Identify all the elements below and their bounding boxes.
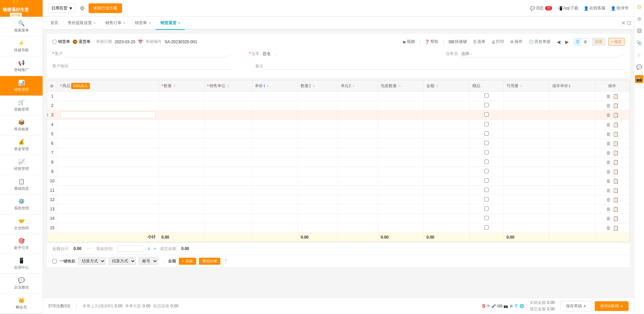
quantity2-cell[interactable] <box>298 214 338 223</box>
package-qty-cell[interactable] <box>378 167 424 176</box>
address-dots[interactable]: ... <box>233 64 237 69</box>
tab-home[interactable]: 首页 <box>46 17 63 30</box>
package-qty-cell[interactable] <box>378 139 424 148</box>
available-cell[interactable] <box>503 110 549 120</box>
sort-arrows[interactable]: ⇅ <box>352 84 355 88</box>
sales-unit-cell[interactable] <box>204 158 252 167</box>
gift-checkbox[interactable] <box>484 188 489 192</box>
package-qty-cell[interactable] <box>378 176 424 186</box>
unit2-cell[interactable] <box>338 148 378 158</box>
delete-row-icon[interactable]: 🗑 <box>606 169 611 174</box>
gift-cell[interactable] <box>469 110 503 120</box>
quantity2-cell[interactable] <box>298 204 338 214</box>
product-cell[interactable] <box>57 176 159 186</box>
sales-unit-cell[interactable] <box>204 101 252 110</box>
package-qty-cell[interactable] <box>378 101 424 110</box>
gift-checkbox[interactable] <box>484 178 489 183</box>
operations-btn[interactable]: ⚙ 操作 <box>508 38 524 46</box>
gift-cell[interactable] <box>469 139 503 148</box>
next-page-btn[interactable]: ▶ <box>563 39 571 45</box>
right-camera-icon[interactable]: 📸 <box>635 75 643 83</box>
tab-sales-return[interactable]: 销货退货 × <box>156 17 185 30</box>
cost-price-cell[interactable] <box>549 186 595 195</box>
account-dots[interactable]: ... <box>162 259 165 263</box>
package-qty-cell[interactable] <box>378 214 424 223</box>
copy-row-icon[interactable]: 📋 <box>613 225 619 231</box>
product-cell[interactable] <box>57 148 159 158</box>
maximize-icon[interactable]: ⊡ <box>627 20 631 26</box>
sales-unit-cell[interactable] <box>204 223 252 233</box>
gift-cell[interactable] <box>469 129 503 139</box>
unit-price-cell[interactable] <box>252 91 298 101</box>
delete-row-icon[interactable]: 🗑 <box>606 225 611 231</box>
sidebar-item-finance[interactable]: 💰 资金管理 <box>0 135 43 155</box>
quantity-cell[interactable] <box>159 167 204 176</box>
sidebar-item-shortcut[interactable]: ⚡ 快捷导航 <box>0 37 43 56</box>
delete-row-icon[interactable]: 🗑 <box>606 150 611 155</box>
one-key-checkbox[interactable] <box>52 259 57 263</box>
amount-cell[interactable] <box>424 195 469 204</box>
quantity-cell[interactable] <box>159 176 204 186</box>
quantity-cell[interactable] <box>159 158 204 167</box>
quantity2-cell[interactable] <box>298 101 338 110</box>
delete-row-icon[interactable]: 🗑 <box>606 197 611 202</box>
nav-category-select[interactable]: 日用百货 ▼ <box>48 4 76 13</box>
delete-row-icon[interactable]: 🗑 <box>606 141 611 146</box>
delete-row-icon[interactable]: 🗑 <box>606 112 611 118</box>
amount-cell[interactable] <box>424 120 469 129</box>
prev-page-btn[interactable]: ◀ <box>555 39 562 45</box>
cost-price-cell[interactable] <box>549 167 595 176</box>
gift-checkbox[interactable] <box>484 216 489 220</box>
unit2-cell[interactable] <box>338 110 378 120</box>
save-draft-button[interactable]: 保存草稿 ∧ <box>560 301 592 311</box>
add-logistics-button[interactable]: + 物流 <box>608 38 625 46</box>
app-download-btn[interactable]: 📲 App下载 <box>557 5 578 11</box>
unit-price-cell[interactable] <box>252 223 298 233</box>
product-cell[interactable] <box>57 223 159 233</box>
copy-row-icon[interactable]: 📋 <box>613 178 619 184</box>
product-cell[interactable] <box>57 167 159 176</box>
remarks-input[interactable] <box>265 63 625 70</box>
gift-cell[interactable] <box>469 120 503 129</box>
sort-arrows[interactable]: ⇅ <box>173 84 176 88</box>
settings-icon[interactable]: ⚙ <box>80 5 85 11</box>
experience-button[interactable]: 体验行业方案 <box>89 3 122 13</box>
close-all-tabs-icon[interactable]: ✕ <box>621 20 626 26</box>
add-row-btn[interactable]: + <box>47 112 48 118</box>
package-qty-cell[interactable] <box>378 120 424 129</box>
quantity-cell[interactable] <box>159 110 204 120</box>
fee-split-btn[interactable]: 费用分摊 <box>199 258 220 265</box>
quantity-cell[interactable] <box>159 120 204 129</box>
sort-arrows[interactable]: ⇅ <box>398 84 401 88</box>
cost-price-cell[interactable] <box>549 91 595 101</box>
cost-price-cell[interactable] <box>549 148 595 158</box>
gift-cell[interactable] <box>469 195 503 204</box>
amount-cell[interactable] <box>424 204 469 214</box>
unit-price-cell[interactable] <box>252 167 298 176</box>
unit2-cell[interactable] <box>338 204 378 214</box>
gift-cell[interactable] <box>469 186 503 195</box>
package-qty-cell[interactable] <box>378 110 424 120</box>
product-cell[interactable] <box>57 91 159 101</box>
cost-price-cell[interactable] <box>549 110 595 120</box>
package-qty-cell[interactable] <box>378 223 424 233</box>
sales-unit-cell[interactable] <box>204 167 252 176</box>
tab-sales-order[interactable]: 销售订单 × <box>101 17 130 30</box>
sales-unit-cell[interactable] <box>204 139 252 148</box>
tab-close-icon[interactable]: × <box>94 21 96 25</box>
sales-unit-cell[interactable] <box>204 204 252 214</box>
product-cell[interactable] <box>57 195 159 204</box>
unit2-cell[interactable] <box>338 91 378 101</box>
sales-unit-cell[interactable] <box>204 214 252 223</box>
cost-price-cell[interactable] <box>549 223 595 233</box>
available-cell[interactable] <box>503 204 549 214</box>
customer-dots[interactable]: ... <box>228 52 231 56</box>
history-btn[interactable]: 🕐 历史单据 <box>527 38 552 46</box>
available-cell[interactable] <box>503 195 549 204</box>
copy-row-icon[interactable]: 📋 <box>613 103 619 108</box>
unit-price-cell[interactable] <box>252 195 298 204</box>
unit2-cell[interactable] <box>338 223 378 233</box>
gift-checkbox[interactable] <box>484 112 489 117</box>
quantity2-cell[interactable] <box>298 186 338 195</box>
amount-cell[interactable] <box>424 214 469 223</box>
